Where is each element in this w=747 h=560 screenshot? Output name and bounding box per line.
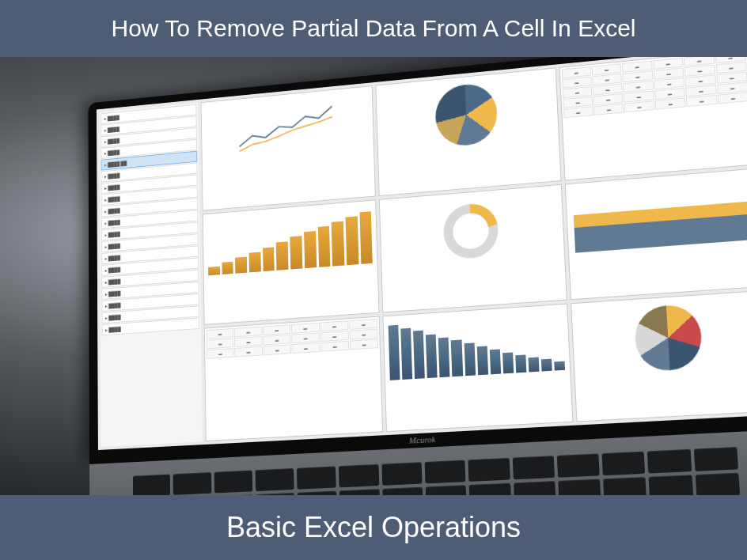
key [297, 466, 336, 489]
key [694, 447, 738, 471]
hero-image: ▸ ████ ▸ ████ ▸ ████ ▸ ████ ▸ ████ ██ ▸ … [0, 57, 747, 495]
bar [235, 257, 247, 274]
data-grid-panel-2: ▬▬▬▬▬▬ ▬▬▬▬▬▬ ▬▬▬▬▬▬ [204, 316, 384, 441]
grid-cell: ▬ [320, 341, 349, 352]
pie-chart-panel-1 [376, 67, 562, 196]
key [339, 464, 379, 488]
spreadsheet-sidebar: ▸ ████ ▸ ████ ▸ ████ ▸ ████ ▸ ████ ██ ▸ … [99, 103, 203, 447]
key [214, 471, 252, 494]
footer-banner: Basic Excel Operations [0, 495, 747, 560]
bar-chart-panel-2 [383, 304, 573, 432]
key [602, 452, 646, 476]
line-chart-panel [201, 85, 377, 211]
key [382, 487, 423, 495]
bar [476, 346, 487, 375]
grid-cell: ▬ [624, 100, 655, 112]
bar [528, 357, 539, 372]
bar [332, 221, 344, 267]
bar [464, 343, 476, 376]
key [647, 449, 692, 474]
grid-cell: ▬ [263, 335, 290, 346]
screen-bezel: ▸ ████ ▸ ████ ▸ ████ ▸ ████ ▸ ████ ██ ▸ … [88, 57, 747, 464]
area-chart [572, 176, 747, 252]
line-chart [202, 86, 374, 168]
bar-chart-ascending [203, 200, 377, 282]
bar [438, 337, 450, 377]
grid-cell: ▬ [320, 320, 348, 331]
grid-cell: ▬ [686, 95, 717, 107]
line-chart-svg [206, 91, 370, 164]
bar [263, 247, 275, 271]
bar-chart-descending [384, 305, 570, 387]
pie-chart-1 [434, 81, 499, 148]
bar [502, 353, 514, 374]
grid-cell: ▬ [263, 344, 290, 355]
bar [426, 334, 438, 378]
key [603, 477, 647, 495]
key [514, 481, 556, 495]
key [468, 458, 510, 482]
laptop-screen: ▸ ████ ▸ ████ ▸ ████ ▸ ████ ▸ ████ ██ ▸ … [97, 57, 747, 450]
bar [413, 331, 425, 379]
bar [401, 328, 413, 380]
bar [208, 267, 220, 276]
bar [515, 354, 526, 373]
key [426, 485, 467, 495]
grid-cell: ▬ [263, 324, 290, 335]
key [255, 468, 294, 491]
grid-cell: ▬ [291, 332, 320, 343]
grid-cell: ▬ [349, 319, 377, 330]
bar [554, 361, 565, 371]
bar [317, 226, 330, 267]
key [469, 483, 511, 495]
bar [304, 231, 317, 268]
pie-chart-panel-2 [571, 290, 747, 422]
data-grid-panel-1: ▬▬▬▬▬▬ ▬▬▬▬▬▬ ▬▬▬▬▬▬ ▬▬▬▬▬▬ ▬▬▬▬▬▬ [559, 57, 747, 181]
pie-chart-2 [634, 304, 703, 373]
bar [359, 211, 373, 264]
grid-cell: ▬ [235, 346, 263, 358]
grid-cell: ▬ [207, 328, 234, 339]
bar [222, 261, 233, 274]
grid-cell: ▬ [563, 106, 593, 118]
donut-chart-panel [379, 184, 567, 313]
key [133, 474, 171, 495]
bar [276, 241, 288, 271]
header-title: How To Remove Partial Data From A Cell I… [111, 15, 635, 42]
key [425, 460, 466, 484]
bar [345, 217, 358, 266]
area-chart-panel [564, 168, 747, 300]
laptop-illustration: ▸ ████ ▸ ████ ▸ ████ ▸ ████ ▸ ████ ██ ▸ … [88, 57, 747, 495]
donut-chart [442, 202, 499, 260]
grid-cell: ▬ [718, 92, 747, 104]
grid-cell: ▬ [207, 348, 234, 359]
footer-title: Basic Excel Operations [226, 511, 521, 544]
key [173, 472, 211, 495]
key [695, 473, 740, 495]
header-banner: How To Remove Partial Data From A Cell I… [0, 0, 747, 57]
key [512, 456, 555, 479]
grid-cell: ▬ [234, 336, 262, 347]
key [649, 475, 693, 495]
grid-cell: ▬ [350, 339, 378, 350]
bar [489, 349, 500, 374]
grid-cell: ▬ [291, 323, 320, 334]
key [558, 479, 601, 495]
laptop-brand-text: Mcurok [409, 434, 436, 445]
grid-cell: ▬ [655, 97, 686, 109]
grid-cell: ▬ [207, 339, 234, 350]
bar-chart-panel-1 [203, 199, 380, 325]
grid-cell: ▬ [292, 342, 320, 354]
key [339, 489, 380, 495]
grid-cell: ▬ [234, 327, 262, 338]
bar [249, 252, 261, 273]
data-grid: ▬▬▬▬▬▬ ▬▬▬▬▬▬ ▬▬▬▬▬▬ [205, 317, 381, 361]
key [557, 453, 600, 477]
grid-cell: ▬ [349, 328, 377, 339]
key [381, 462, 422, 486]
bar [541, 359, 552, 372]
grid-cell: ▬ [320, 331, 349, 342]
grid-cell: ▬ [593, 104, 624, 115]
data-grid: ▬▬▬▬▬▬ ▬▬▬▬▬▬ ▬▬▬▬▬▬ ▬▬▬▬▬▬ ▬▬▬▬▬▬ [559, 57, 747, 119]
bar [290, 236, 302, 269]
